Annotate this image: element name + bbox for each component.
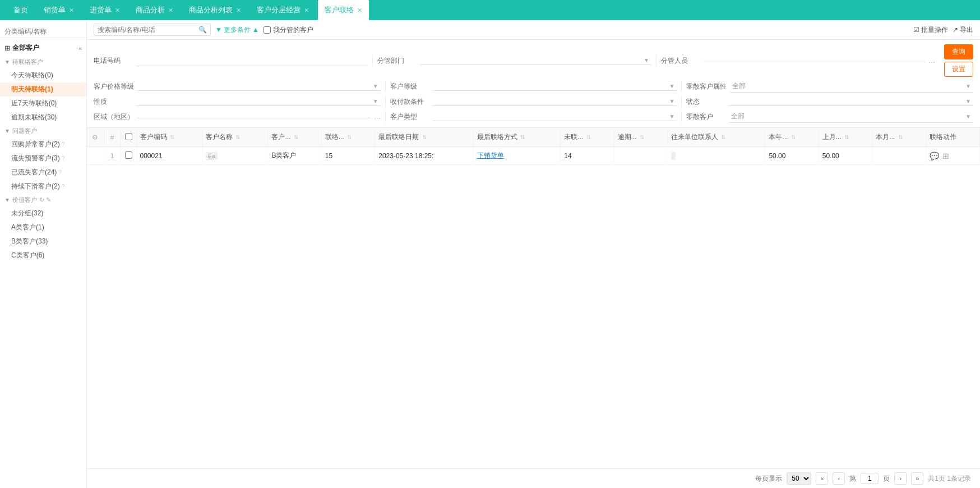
nav-purchase-order[interactable]: 进货单 ✕ (83, 0, 127, 20)
nav-product-analysis-list[interactable]: 商品分析列表 ✕ (182, 0, 248, 20)
col-check[interactable] (121, 128, 136, 147)
page-size-select[interactable]: 50 (787, 472, 811, 485)
row-checkbox[interactable] (125, 151, 132, 159)
nav-sales-order[interactable]: 销货单 ✕ (37, 0, 81, 20)
my-customers-checkbox[interactable] (264, 26, 271, 34)
phone-input[interactable] (136, 56, 368, 66)
col-customer-name[interactable]: 客户名称 ⇅ (202, 128, 267, 147)
close-product-analysis-icon[interactable]: ✕ (168, 7, 173, 14)
col-customer-code[interactable]: 客户编码 ⇅ (136, 128, 202, 147)
help-icon-4[interactable]: ? (62, 183, 65, 190)
payment-select[interactable]: ▼ (433, 97, 677, 106)
nav-home[interactable]: 首页 (7, 0, 35, 20)
sort-icon-type: ⇅ (294, 134, 298, 140)
sidebar-item-churned[interactable]: 已流失客户(24) ? (0, 165, 86, 179)
help-icon-2[interactable]: ? (62, 155, 65, 162)
all-customers-title[interactable]: ⊞ 全部客户 « (0, 40, 86, 56)
col-this-year[interactable]: 本年... ⇅ (765, 128, 819, 147)
customer-level-select[interactable]: ▼ (433, 82, 677, 91)
col-customer-type[interactable]: 客户... ⇅ (268, 128, 321, 147)
select-all-checkbox[interactable] (125, 133, 132, 140)
close-customer-contact-icon[interactable]: ✕ (357, 7, 362, 14)
my-customers-checkbox-wrap[interactable]: 我分管的客户 (264, 25, 313, 35)
search-input[interactable] (98, 26, 198, 34)
search-icon[interactable]: 🔍 (198, 26, 207, 34)
close-sales-order-icon[interactable]: ✕ (69, 7, 74, 14)
col-uncontacted[interactable]: 未联... ⇅ (561, 128, 614, 147)
close-purchase-order-icon[interactable]: ✕ (115, 7, 120, 14)
sort-icon-contact: ⇅ (347, 134, 352, 140)
customer-type-select[interactable]: ▼ (433, 112, 677, 121)
row-last-contact-method[interactable]: 下销货单 (473, 147, 560, 165)
action-qr-icon[interactable]: ⊞ (942, 151, 949, 160)
first-page-btn[interactable]: « (816, 472, 828, 485)
value-group-label[interactable]: ▼ 价值客户 ↻ ✎ (0, 194, 86, 206)
sidebar-item-7days-contact[interactable]: 近7天待联络(0) (0, 96, 86, 111)
region-more-dots[interactable]: … (374, 113, 381, 121)
gender-select[interactable]: ▼ (136, 97, 381, 106)
value-group-edit-icon[interactable]: ✎ (46, 196, 51, 204)
sidebar-item-type-c[interactable]: C类客户(6) (0, 248, 86, 263)
sidebar-item-repurchase-abnormal[interactable]: 回购异常客户(2) ? (0, 137, 86, 151)
col-last-contact-date[interactable]: 最后联络日期 ⇅ (375, 128, 474, 147)
collapse-icon[interactable]: « (78, 45, 82, 52)
last-page-btn[interactable]: » (911, 472, 923, 485)
total-info: 共1页 1条记录 (928, 474, 971, 484)
retail-customer-select[interactable]: 全部 ▼ (729, 111, 973, 123)
value-group-refresh-icon[interactable]: ↻ (39, 196, 44, 204)
sidebar-item-today-contact[interactable]: 今天待联络(0) (0, 68, 86, 82)
row-this-month (872, 147, 926, 165)
col-last-month[interactable]: 上月... ⇅ (819, 128, 872, 147)
set-button[interactable]: 设置 (944, 62, 973, 77)
sidebar-item-churn-warning[interactable]: 流失预警客户(3) ? (0, 151, 86, 165)
filter-retail-customer: 零散客户 全部 ▼ (686, 111, 973, 123)
row-name: Ea (202, 147, 267, 165)
main-content: 🔍 ▼ 更多条件 ▲ 我分管的客户 ☑ 批量操作 ↗ 导出 (87, 20, 980, 488)
price-level-select[interactable]: ▼ (137, 82, 381, 91)
sidebar-item-ungrouped[interactable]: 未分组(32) (0, 206, 86, 220)
filter-gender: 性质 ▼ (94, 97, 381, 107)
filter-status: 状态 ▼ (686, 97, 973, 107)
close-customer-tier-icon[interactable]: ✕ (304, 7, 309, 14)
nav-product-analysis[interactable]: 商品分析 ✕ (129, 0, 180, 20)
problem-group-label[interactable]: ▼ 问题客户 (0, 125, 86, 137)
dept-select[interactable]: ▼ (420, 56, 651, 65)
export-btn[interactable]: ↗ 导出 (953, 25, 973, 35)
row-check[interactable] (121, 147, 136, 165)
sidebar-item-overdue-contact[interactable]: 逾期未联络(30) (0, 111, 86, 125)
close-product-analysis-list-icon[interactable]: ✕ (236, 7, 241, 14)
retail-attr-select[interactable]: 全部 ▼ (730, 80, 973, 93)
arrow-down-icon: ▼ (4, 59, 10, 65)
bulk-action-btn[interactable]: ☑ 批量操作 (913, 25, 948, 35)
pending-group-label[interactable]: ▼ 待联络客户 (0, 56, 86, 68)
sidebar-item-type-a[interactable]: A类客户(1) (0, 220, 86, 234)
col-contact-person[interactable]: 往来单位联系人 ⇅ (668, 128, 765, 147)
query-button[interactable]: 查询 (944, 44, 973, 59)
nav-customer-tier[interactable]: 客户分层经营 ✕ (250, 0, 316, 20)
sidebar-item-tomorrow-contact[interactable]: 明天待联络(1) (0, 82, 86, 96)
checkbox-icon: ☑ (913, 26, 919, 34)
page-input[interactable] (861, 473, 879, 484)
action-message-icon[interactable]: 💬 (930, 151, 939, 160)
sidebar-search-input[interactable] (4, 27, 87, 35)
next-page-btn[interactable]: › (894, 472, 907, 485)
prev-page-btn[interactable]: ‹ (833, 472, 845, 485)
col-contact-count[interactable]: 联络... ⇅ (321, 128, 375, 147)
export-icon: ↗ (953, 26, 958, 34)
person-more-dots[interactable]: … (928, 57, 935, 65)
pagination: 每页显示 50 « ‹ 第 页 › » 共1页 1条记录 (87, 468, 980, 488)
col-last-contact-method[interactable]: 最后联络方式 ⇅ (473, 128, 560, 147)
col-overdue[interactable]: 逾期... ⇅ (614, 128, 667, 147)
arrow-down-icon-2: ▼ (4, 128, 10, 134)
col-settings[interactable]: ⚙ (87, 128, 104, 147)
more-conditions-btn[interactable]: ▼ 更多条件 ▲ (215, 25, 259, 35)
help-icon-3[interactable]: ? (58, 169, 62, 176)
status-select[interactable]: ▼ (729, 97, 973, 106)
sidebar-item-type-b[interactable]: B类客户(33) (0, 234, 86, 248)
contact-method-link[interactable]: 下销货单 (477, 151, 504, 159)
filter-person: 分管人员 … (661, 56, 935, 66)
help-icon-1[interactable]: ? (62, 141, 65, 148)
nav-customer-contact[interactable]: 客户联络 ✕ (318, 0, 369, 20)
sidebar-item-declining[interactable]: 持续下滑客户(2) ? (0, 179, 86, 194)
col-this-month[interactable]: 本月... ⇅ (872, 128, 926, 147)
